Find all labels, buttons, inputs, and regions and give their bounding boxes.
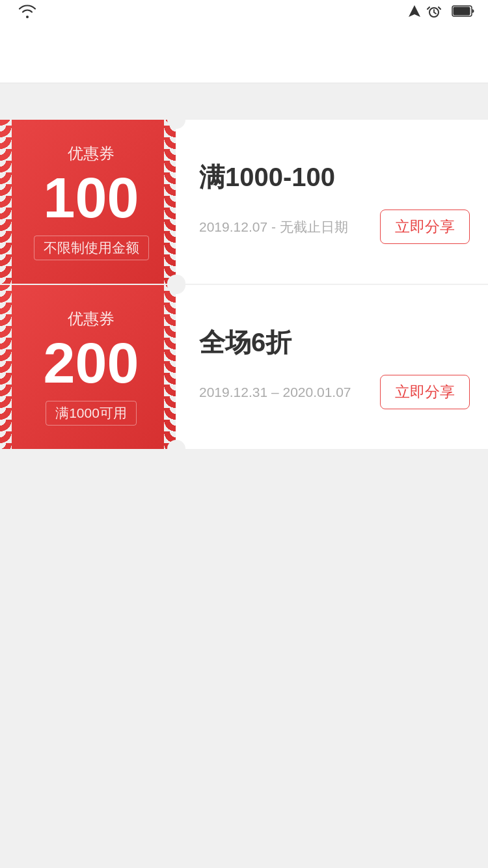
share-button[interactable]: 立即分享 xyxy=(380,210,470,244)
coupon-amount: 100 xyxy=(44,169,139,226)
empty-area xyxy=(0,476,488,802)
coupon-left: 优惠券 100 不限制使用金额 xyxy=(0,120,176,284)
serrated-right xyxy=(164,120,176,284)
coupon-date-row: 2019.12.31 – 2020.01.07 立即分享 xyxy=(199,375,470,409)
serrated-left xyxy=(0,120,12,284)
coupon-card: 优惠券 100 不限制使用金额 满1000-100 2019.12.07 - 无… xyxy=(0,120,488,284)
notch-top xyxy=(167,276,185,294)
coupon-date: 2019.12.31 – 2020.01.07 xyxy=(199,383,372,401)
coupon-amount: 200 xyxy=(44,334,139,392)
coupon-label: 优惠券 xyxy=(68,308,115,329)
coupon-left: 优惠券 200 满1000可用 xyxy=(0,285,176,449)
notch-top xyxy=(167,111,185,129)
coupon-date: 2019.12.07 - 无截止日期 xyxy=(199,217,372,236)
notch-bottom xyxy=(167,440,185,458)
coupon-list: 优惠券 100 不限制使用金额 满1000-100 2019.12.07 - 无… xyxy=(0,120,488,476)
coupon-card-wrapper-2: 优惠券 200 满1000可用 全场6折 2019.12.31 – 2020.0… xyxy=(0,285,488,449)
coupon-condition: 不限制使用金额 xyxy=(34,236,149,260)
coupon-date-row: 2019.12.07 - 无截止日期 立即分享 xyxy=(199,210,470,244)
coupon-card: 优惠券 200 满1000可用 全场6折 2019.12.31 – 2020.0… xyxy=(0,285,488,449)
coupon-condition: 满1000可用 xyxy=(46,401,137,426)
battery-icon xyxy=(452,5,475,21)
share-button[interactable]: 立即分享 xyxy=(380,375,470,409)
svg-rect-2 xyxy=(454,7,470,16)
serrated-left xyxy=(0,285,12,449)
coupon-name: 全场6折 xyxy=(199,325,470,360)
coupon-name: 满1000-100 xyxy=(199,159,470,195)
coupon-right: 全场6折 2019.12.31 – 2020.01.07 立即分享 xyxy=(176,285,488,449)
coupon-label: 优惠券 xyxy=(68,143,115,164)
status-bar xyxy=(0,0,488,26)
section-header xyxy=(0,83,488,120)
alarm-icon xyxy=(427,4,441,22)
coupon-card-wrapper-1: 优惠券 100 不限制使用金额 满1000-100 2019.12.07 - 无… xyxy=(0,120,488,284)
nav-bar xyxy=(0,26,488,83)
status-right xyxy=(407,4,475,22)
location-icon xyxy=(407,4,422,22)
status-left xyxy=(13,4,36,22)
serrated-right xyxy=(164,285,176,449)
wifi-icon xyxy=(18,4,36,22)
coupon-right: 满1000-100 2019.12.07 - 无截止日期 立即分享 xyxy=(176,120,488,284)
